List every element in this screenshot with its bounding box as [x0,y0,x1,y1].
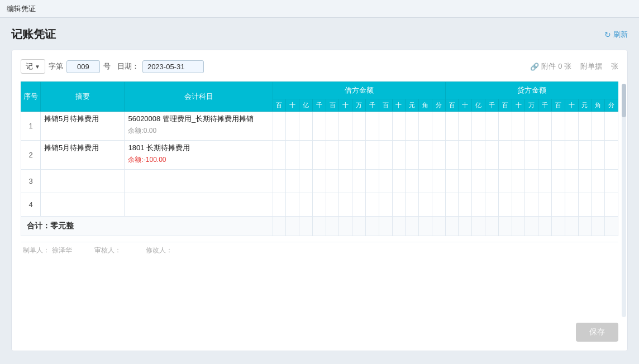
cell-debit-1-7[interactable] [366,141,379,170]
cell-debit-3-6[interactable] [352,193,366,217]
cell-credit-3-9[interactable] [565,193,578,217]
cell-debit-2-7[interactable] [366,170,379,193]
cell-credit-3-12[interactable] [605,193,618,217]
cell-credit-0-5[interactable] [512,112,525,141]
cell-debit-1-4[interactable] [326,141,339,170]
cell-credit-2-4[interactable] [498,170,512,193]
cell-debit-0-3[interactable] [312,112,326,141]
cell-debit-1-11[interactable] [419,141,432,170]
cell-summary-2[interactable] [41,170,125,193]
cell-credit-1-11[interactable] [592,141,605,170]
cell-debit-0-9[interactable] [392,112,406,141]
cell-debit-0-6[interactable] [352,112,366,141]
cell-debit-1-9[interactable] [392,141,406,170]
cell-credit-3-8[interactable] [551,193,565,217]
cell-credit-1-10[interactable] [578,141,592,170]
cell-debit-1-2[interactable] [299,141,313,170]
cell-credit-2-12[interactable] [605,170,618,193]
cell-debit-0-4[interactable] [326,112,339,141]
cell-credit-3-0[interactable] [445,193,459,217]
cell-debit-3-7[interactable] [366,193,379,217]
cell-credit-2-0[interactable] [445,170,459,193]
cell-debit-0-7[interactable] [366,112,379,141]
cell-debit-1-3[interactable] [312,141,326,170]
cell-debit-2-9[interactable] [392,170,406,193]
cell-credit-2-9[interactable] [565,170,578,193]
table-row[interactable]: 4 [21,193,618,217]
cell-debit-0-8[interactable] [379,112,392,141]
cell-credit-1-6[interactable] [525,141,538,170]
cell-summary-3[interactable] [41,193,125,217]
cell-account-1[interactable]: 1801 长期待摊费用余额:-100.00 [125,141,273,170]
cell-credit-1-1[interactable] [459,141,472,170]
cell-credit-0-3[interactable] [485,112,499,141]
cell-credit-3-5[interactable] [512,193,525,217]
cell-debit-3-5[interactable] [339,193,352,217]
cell-debit-1-0[interactable] [273,141,286,170]
cell-debit-1-12[interactable] [432,141,445,170]
cell-debit-0-0[interactable] [273,112,286,141]
cell-credit-3-10[interactable] [578,193,592,217]
cell-account-3[interactable] [125,193,273,217]
date-input[interactable] [142,60,204,73]
cell-debit-3-1[interactable] [286,193,299,217]
cell-debit-0-12[interactable] [432,112,445,141]
cell-debit-2-3[interactable] [312,170,326,193]
cell-debit-1-8[interactable] [379,141,392,170]
cell-credit-0-10[interactable] [578,112,592,141]
save-button[interactable]: 保存 [576,323,618,342]
cell-credit-1-4[interactable] [498,141,512,170]
cell-credit-2-5[interactable] [512,170,525,193]
cell-credit-3-11[interactable] [592,193,605,217]
cell-credit-0-8[interactable] [551,112,565,141]
cell-credit-2-10[interactable] [578,170,592,193]
cell-credit-1-9[interactable] [565,141,578,170]
cell-credit-3-7[interactable] [538,193,552,217]
cell-credit-3-2[interactable] [472,193,485,217]
cell-credit-1-2[interactable] [472,141,485,170]
cell-credit-2-7[interactable] [538,170,552,193]
cell-debit-1-6[interactable] [352,141,366,170]
cell-credit-0-0[interactable] [445,112,459,141]
scrollbar-thumb[interactable] [622,84,626,117]
cell-debit-0-10[interactable] [406,112,419,141]
cell-credit-2-1[interactable] [459,170,472,193]
cell-credit-1-8[interactable] [551,141,565,170]
cell-debit-3-0[interactable] [273,193,286,217]
cell-credit-1-0[interactable] [445,141,459,170]
cell-account-0[interactable]: 56020008 管理费用_长期待摊费用摊销余额:0.00 [125,112,273,141]
cell-debit-3-8[interactable] [379,193,392,217]
cell-credit-0-9[interactable] [565,112,578,141]
cell-debit-2-6[interactable] [352,170,366,193]
cell-debit-3-11[interactable] [419,193,432,217]
table-row[interactable]: 3 [21,170,618,193]
voucher-type-select[interactable]: 记 ▼ [21,59,45,74]
cell-debit-3-9[interactable] [392,193,406,217]
cell-debit-1-1[interactable] [286,141,299,170]
cell-debit-3-10[interactable] [406,193,419,217]
cell-debit-0-11[interactable] [419,112,432,141]
cell-summary-1[interactable]: 摊销5月待摊费用 [41,141,125,170]
cell-debit-2-4[interactable] [326,170,339,193]
cell-credit-2-11[interactable] [592,170,605,193]
cell-credit-1-5[interactable] [512,141,525,170]
cell-credit-0-2[interactable] [472,112,485,141]
cell-debit-0-2[interactable] [299,112,313,141]
cell-credit-0-6[interactable] [525,112,538,141]
cell-credit-2-3[interactable] [485,170,499,193]
cell-credit-1-3[interactable] [485,141,499,170]
cell-debit-2-1[interactable] [286,170,299,193]
cell-debit-2-2[interactable] [299,170,313,193]
cell-debit-1-10[interactable] [406,141,419,170]
table-row[interactable]: 1摊销5月待摊费用56020008 管理费用_长期待摊费用摊销余额:0.00 [21,112,618,141]
cell-credit-1-12[interactable] [605,141,618,170]
cell-account-2[interactable] [125,170,273,193]
scrollbar-track[interactable] [622,84,626,317]
cell-debit-3-4[interactable] [326,193,339,217]
cell-credit-1-7[interactable] [538,141,552,170]
table-row[interactable]: 2摊销5月待摊费用1801 长期待摊费用余额:-100.00 [21,141,618,170]
cell-debit-2-12[interactable] [432,170,445,193]
cell-debit-2-5[interactable] [339,170,352,193]
cell-credit-0-7[interactable] [538,112,552,141]
cell-debit-0-1[interactable] [286,112,299,141]
